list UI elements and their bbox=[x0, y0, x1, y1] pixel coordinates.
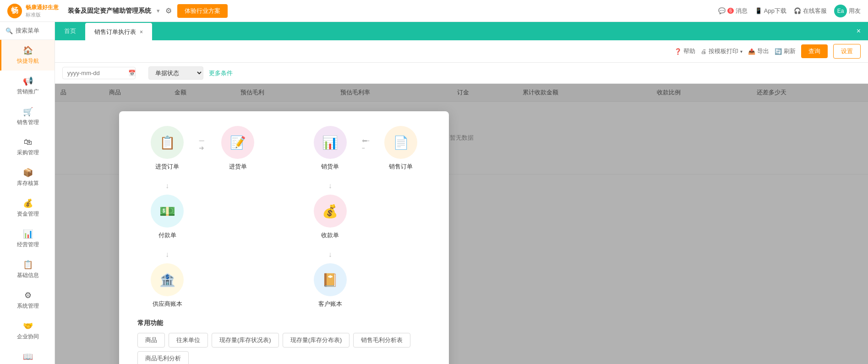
inventory-icon: 📦 bbox=[23, 168, 33, 178]
purchase-order-icon: 📋 bbox=[151, 126, 184, 159]
sidebar-item-operations[interactable]: 📊 经营管理 bbox=[0, 223, 55, 254]
sidebar-item-sales[interactable]: 🛒 销售管理 bbox=[0, 101, 55, 132]
supplier-icon: 🏦 bbox=[151, 263, 184, 296]
search-menu[interactable]: 🔍 搜索菜单 bbox=[0, 22, 55, 40]
base-info-icon: 📋 bbox=[23, 260, 33, 270]
tab-home[interactable]: 首页 bbox=[55, 22, 85, 40]
cf-btn-4[interactable]: 销售毛利分析表 bbox=[353, 333, 410, 348]
message-btn[interactable]: 💬 6 消息 bbox=[718, 7, 748, 15]
h-arrow2: ⬅ - - - - bbox=[360, 126, 371, 152]
system-title: 装备及固定资产辅助管理系统 bbox=[68, 7, 151, 15]
guide-icon: 📖 bbox=[23, 352, 33, 362]
sidebar-item-inventory[interactable]: 📦 库存核算 bbox=[0, 162, 55, 193]
tab-close-sales-order[interactable]: × bbox=[140, 29, 143, 35]
modal-box: 📋 进货订单 ↓ 💵 bbox=[119, 111, 449, 364]
help-icon: ❓ bbox=[674, 48, 682, 55]
avatar: Ea bbox=[834, 5, 847, 17]
sidebar-item-finance[interactable]: 💰 资金管理 bbox=[0, 193, 55, 223]
sales-order-icon: 📄 bbox=[384, 126, 417, 159]
settings-icon[interactable]: ⚙ bbox=[165, 6, 172, 15]
flow-col-right: 📄 销售订单 bbox=[371, 126, 431, 171]
status-select[interactable]: 单据状态 bbox=[148, 66, 203, 80]
export-btn[interactable]: 📤 导出 bbox=[748, 47, 769, 55]
main-content: 品 商品 金额 预估毛利 预估毛利率 订金 累计收款金额 收款比例 还差多少天 bbox=[55, 84, 868, 364]
tab-close-all-btn[interactable]: × bbox=[849, 27, 868, 35]
setting-btn[interactable]: 设置 bbox=[833, 44, 861, 59]
cf-btn-5[interactable]: 商品毛利分析 bbox=[137, 351, 189, 364]
operations-icon: 📊 bbox=[23, 229, 33, 239]
finance-icon: 💰 bbox=[23, 198, 33, 208]
top-bar: 畅 畅康通好生意 标准版 装备及固定资产辅助管理系统 ▾ ⚙ 体验行业方案 💬 … bbox=[0, 0, 868, 22]
cf-btn-1[interactable]: 往来单位 bbox=[169, 333, 208, 348]
message-icon: 💬 bbox=[718, 7, 726, 14]
filter-row: 📅 单据状态 更多条件 bbox=[55, 63, 868, 84]
modal-overlay: 📋 进货订单 ↓ 💵 bbox=[55, 84, 868, 364]
system-icon: ⚙ bbox=[24, 290, 32, 300]
print-dropdown-icon: ▾ bbox=[740, 49, 742, 54]
common-functions: 常用功能 商品 往来单位 现存量(库存状况表) 现存量(库存分布表) 销售毛利分… bbox=[137, 319, 431, 364]
purchase-icon: 🛍 bbox=[24, 137, 32, 147]
down-arrow-left2: ↓ bbox=[165, 250, 169, 259]
sidebar-item-base-info[interactable]: 📋 基础信息 bbox=[0, 254, 55, 285]
cf-btn-3[interactable]: 现存量(库存分布表) bbox=[283, 333, 350, 348]
top-bar-left: 畅 畅康通好生意 标准版 装备及固定资产辅助管理系统 ▾ ⚙ 体验行业方案 bbox=[7, 4, 228, 18]
system-dropdown-icon[interactable]: ▾ bbox=[157, 7, 160, 14]
purchase-order-node: 📋 进货订单 bbox=[137, 126, 197, 171]
app-icon: 📱 bbox=[755, 7, 762, 14]
search-icon: 🔍 bbox=[5, 27, 13, 34]
sales-bill-icon: 📊 bbox=[314, 126, 347, 159]
main-layout: 🔍 搜索菜单 🏠 快捷导航 📢 营销推广 🛒 销售管理 🛍 bbox=[0, 22, 868, 364]
flow-col-mid-right: 📊 销货单 ↓ 💰 bbox=[300, 126, 360, 308]
cf-buttons: 商品 往来单位 现存量(库存状况表) 现存量(库存分布表) 销售毛利分析表 商品… bbox=[137, 333, 431, 364]
down-arrow-right2: ↓ bbox=[328, 250, 332, 259]
more-conditions-link[interactable]: 更多条件 bbox=[209, 69, 233, 77]
sales-order-node: 📄 销售订单 bbox=[371, 126, 431, 171]
toolbar: ❓ 帮助 🖨 按模板打印 ▾ 📤 导出 🔄 刷新 查询 设置 bbox=[55, 40, 868, 63]
flow-col-left: 📋 进货订单 ↓ 💵 bbox=[137, 126, 197, 308]
sidebar-item-purchase[interactable]: 🛍 采购管理 bbox=[0, 132, 55, 162]
nav-items: 🏠 快捷导航 📢 营销推广 🛒 销售管理 🛍 采购管理 📦 库存核 bbox=[0, 40, 55, 364]
online-service-btn[interactable]: 🎧 在线客服 bbox=[794, 7, 827, 15]
sales-icon: 🛒 bbox=[23, 107, 33, 117]
tab-bar: 首页 销售订单执行表 × × bbox=[55, 22, 868, 40]
customer-icon: 📔 bbox=[314, 263, 347, 296]
cf-title: 常用功能 bbox=[137, 319, 431, 327]
refresh-icon: 🔄 bbox=[775, 48, 782, 55]
cf-btn-2[interactable]: 现存量(库存状况表) bbox=[212, 333, 279, 348]
receipt-icon: 💰 bbox=[314, 195, 347, 228]
receipt-node: ↓ 💰 收款单 bbox=[300, 182, 360, 239]
tab-sales-order[interactable]: 销售订单执行表 × bbox=[85, 23, 152, 41]
sidebar-item-system[interactable]: ⚙ 系统管理 bbox=[0, 285, 55, 315]
query-btn[interactable]: 查询 bbox=[801, 44, 828, 58]
print-icon: 🖨 bbox=[701, 48, 707, 55]
logo-text: 畅康通好生意 标准版 bbox=[26, 4, 59, 18]
refresh-btn[interactable]: 🔄 刷新 bbox=[775, 47, 796, 55]
logo-icon: 畅 bbox=[7, 4, 22, 18]
cf-btn-0[interactable]: 商品 bbox=[137, 333, 165, 348]
down-arrow-right: ↓ bbox=[328, 182, 332, 190]
enterprise-icon: 🤝 bbox=[23, 321, 33, 331]
service-icon: 🎧 bbox=[794, 7, 801, 14]
payment-node: ↓ 💵 付款单 bbox=[137, 182, 197, 239]
print-btn[interactable]: 🖨 按模板打印 ▾ bbox=[701, 47, 742, 55]
app-download-btn[interactable]: 📱 App下载 bbox=[755, 7, 786, 15]
date-input[interactable] bbox=[62, 67, 136, 79]
purchase-bill-icon: 📝 bbox=[221, 126, 254, 159]
sidebar-item-enterprise[interactable]: 🤝 企业协同 bbox=[0, 315, 55, 346]
user-area[interactable]: Ea 用友 bbox=[834, 5, 861, 17]
message-badge: 6 bbox=[727, 8, 734, 14]
experience-btn[interactable]: 体验行业方案 bbox=[177, 4, 228, 18]
sidebar-item-quick-nav[interactable]: 🏠 快捷导航 bbox=[0, 40, 55, 71]
sidebar: 🔍 搜索菜单 🏠 快捷导航 📢 营销推广 🛒 销售管理 🛍 bbox=[0, 22, 55, 364]
home-icon: 🏠 bbox=[23, 45, 33, 55]
help-btn[interactable]: ❓ 帮助 bbox=[674, 47, 695, 55]
h-arrow1: - - - - ➜ bbox=[197, 126, 208, 152]
sidebar-item-guide[interactable]: 📖 新手引导 bbox=[0, 346, 55, 364]
export-icon: 📤 bbox=[748, 48, 755, 55]
customer-node: ↓ 📔 客户账本 bbox=[300, 250, 360, 308]
sidebar-item-marketing[interactable]: 📢 营销推广 bbox=[0, 71, 55, 101]
supplier-node: ↓ 🏦 供应商账本 bbox=[137, 250, 197, 308]
down-arrow-left: ↓ bbox=[165, 182, 169, 190]
sales-bill-node: 📊 销货单 bbox=[300, 126, 360, 171]
flow-col-mid-left: 📝 进货单 bbox=[208, 126, 267, 171]
